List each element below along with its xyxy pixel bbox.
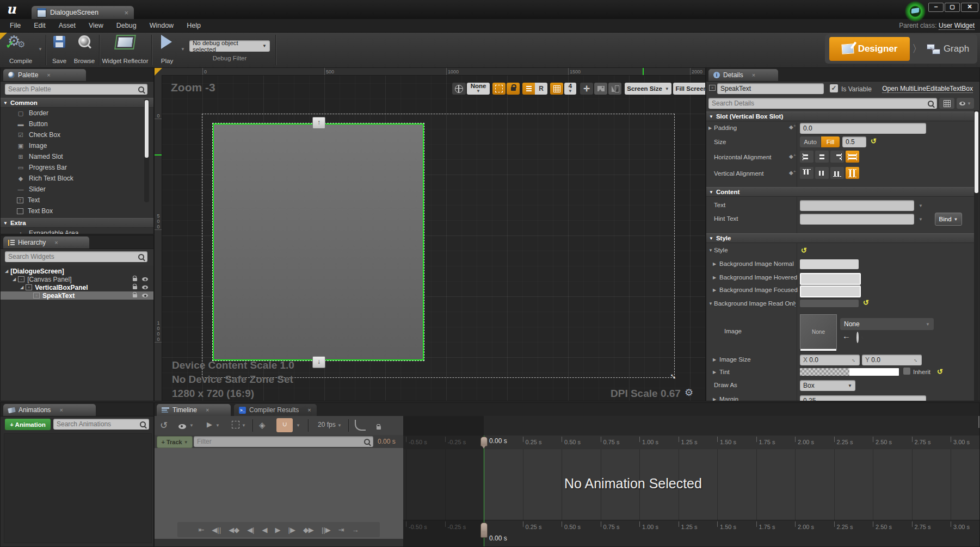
step-back-button[interactable]: ◀| (247, 526, 254, 534)
draw-as-dropdown[interactable]: Box▼ (800, 380, 855, 391)
tree-expander-icon[interactable]: ◢ (5, 269, 8, 274)
bg-normal-expander[interactable]: ▶ (713, 262, 716, 266)
close-button[interactable]: ✕ (961, 3, 978, 12)
flip-respect-locks-group[interactable]: R (522, 83, 547, 95)
camera-options-button[interactable] (178, 421, 186, 431)
hierarchy-row[interactable]: ◢[DialogueScreen] (1, 267, 154, 275)
is-variable-checkbox[interactable]: ✓ (830, 84, 838, 92)
play-reverse-button[interactable]: ◀ (262, 526, 268, 534)
play-button[interactable]: Play (155, 34, 180, 66)
jump-to-start-button[interactable]: ⇤ (198, 526, 204, 534)
designer-mode-button[interactable]: Designer (829, 37, 910, 61)
selection-range-caret-icon[interactable]: ▼ (242, 423, 246, 428)
halign-fill-button[interactable] (846, 151, 859, 163)
style-section-header[interactable]: ▼Style (706, 233, 974, 243)
snapping-magnet-button[interactable]: ∩ (276, 418, 293, 432)
bg-hovered-expander[interactable]: ▶ (713, 275, 716, 280)
padding-expander[interactable]: ▶ (708, 126, 712, 130)
timeline-tab[interactable]: Timeline × (157, 404, 231, 416)
palette-section-common[interactable]: ▼Common (1, 98, 154, 108)
image-thumbnail[interactable]: None (800, 314, 837, 349)
halign-right-button[interactable] (830, 151, 844, 163)
view-options-button[interactable]: ▼ (957, 98, 974, 109)
compiler-results-tab-close-icon[interactable]: × (307, 407, 311, 413)
hint-text-field[interactable] (800, 214, 914, 225)
asset-tab[interactable]: DialogueScreen × (32, 6, 134, 19)
details-tab[interactable]: i Details × (708, 69, 778, 81)
grid-size-dropdown[interactable]: 4▼ (564, 83, 576, 95)
outline-toggle-button[interactable] (492, 83, 506, 95)
graph-mode-button[interactable]: Graph (921, 37, 975, 61)
palette-item[interactable]: ⊞Named Slot (1, 151, 154, 162)
compile-options-caret-icon[interactable]: ▼ (38, 47, 42, 52)
localization-preview-button[interactable] (452, 83, 466, 95)
track-list-area[interactable] (155, 448, 403, 520)
key-back-button[interactable]: ◀◆ (229, 526, 239, 534)
margin-expander[interactable]: ▶ (713, 397, 716, 401)
tree-expander-icon[interactable]: ◢ (20, 285, 23, 290)
hint-bind-button[interactable]: Bind▼ (935, 213, 962, 226)
timeline-tab-close-icon[interactable]: × (206, 407, 209, 413)
tint-expander[interactable]: ▶ (713, 370, 716, 375)
tree-expander-icon[interactable]: ◢ (13, 277, 16, 282)
bg-focused-swatch[interactable] (800, 285, 861, 297)
use-selected-asset-icon[interactable]: ← (842, 331, 850, 340)
designer-viewport[interactable]: 0500100015002000 05001000 Zoom -3 None▼ … (154, 67, 706, 401)
palette-section-extra[interactable]: ▼Extra (1, 218, 154, 228)
palette-item[interactable]: ☑Check Box (1, 129, 154, 140)
save-button[interactable]: Save (48, 34, 71, 66)
style-expander[interactable]: ▼ (708, 248, 713, 253)
size-reset-icon[interactable]: ↺ (871, 137, 877, 145)
palette-tab[interactable]: Palette × (3, 69, 86, 81)
transform-mode-icon[interactable] (522, 83, 535, 95)
bg-readonly-reset-icon[interactable]: ↺ (863, 299, 869, 307)
palette-item[interactable]: ▬Button (1, 119, 154, 129)
halign-left-button[interactable] (800, 151, 813, 163)
keyframe-diamond-icon[interactable]: ◈ (259, 420, 266, 430)
menu-help[interactable]: Help (180, 20, 207, 32)
grid-snapping-button[interactable] (550, 83, 563, 95)
bg-readonly-expander[interactable]: ▼ (708, 301, 713, 306)
hierarchy-row[interactable]: ◢▫[Canvas Panel] (1, 275, 154, 283)
browse-asset-icon[interactable] (856, 333, 859, 343)
curve-editor-icon[interactable] (355, 420, 366, 431)
resize-handle-top[interactable]: ↑ (312, 117, 325, 129)
details-scrollbar[interactable] (974, 110, 979, 401)
menu-asset[interactable]: Asset (52, 20, 82, 32)
fill-screen-dropdown[interactable]: Fill Screen▼ (673, 83, 706, 95)
size-fill-button[interactable]: Fill (821, 136, 840, 147)
compile-button[interactable]: ⚙ ⚙ ✓ Compile (3, 34, 38, 66)
snapping-caret-icon[interactable]: ▼ (296, 423, 300, 428)
step-forward-button[interactable]: |▶ (288, 526, 295, 534)
resize-handle-bottom[interactable]: ↓ (312, 356, 325, 368)
debug-object-dropdown[interactable]: No debug object selected ▼ (189, 40, 270, 52)
tint-reset-icon[interactable]: ↺ (937, 368, 943, 376)
camera-options-caret-icon[interactable]: ▼ (189, 423, 194, 428)
visibility-eye-icon[interactable] (142, 277, 148, 281)
menu-window[interactable]: Window (143, 20, 180, 32)
widget-reflector-button[interactable]: Widget Reflector (101, 34, 149, 66)
bg-normal-swatch[interactable] (800, 259, 859, 269)
respect-locks-button[interactable]: R (535, 83, 547, 95)
style-reset-icon[interactable]: ↺ (801, 246, 807, 254)
selected-widget-box[interactable] (213, 123, 424, 360)
unlock-icon[interactable] (133, 286, 137, 289)
details-search-input[interactable]: Search Details (708, 98, 937, 109)
animations-tab[interactable]: Animations × (3, 404, 96, 416)
fps-dropdown[interactable]: 20 fps ▼ (318, 421, 342, 428)
palette-item[interactable]: ▣Image (1, 140, 154, 151)
hint-caret-icon[interactable]: ▼ (919, 217, 923, 222)
hierarchy-tab[interactable]: Hierarchy × (3, 237, 89, 248)
padding-field[interactable]: 0.0 (800, 123, 926, 134)
key-forward-button[interactable]: ◆▶ (303, 526, 314, 534)
frame-back-button[interactable]: ◀|| (212, 526, 221, 534)
bg-hovered-swatch[interactable] (800, 273, 861, 285)
animations-search-input[interactable]: Search Animations (53, 419, 149, 430)
reset-view-icon[interactable]: ↺ (160, 420, 168, 431)
timeline-graph-area[interactable]: -0.50 s-0.25 s0.25 s0.50 s0.75 s1.00 s1.… (403, 416, 980, 547)
size-value-field[interactable]: 0.5 (842, 136, 866, 147)
animations-tab-close-icon[interactable]: × (59, 407, 63, 413)
tint-color-bar[interactable] (800, 368, 899, 376)
halign-center-button[interactable] (815, 151, 829, 163)
asset-tab-close-icon[interactable]: × (124, 9, 128, 17)
